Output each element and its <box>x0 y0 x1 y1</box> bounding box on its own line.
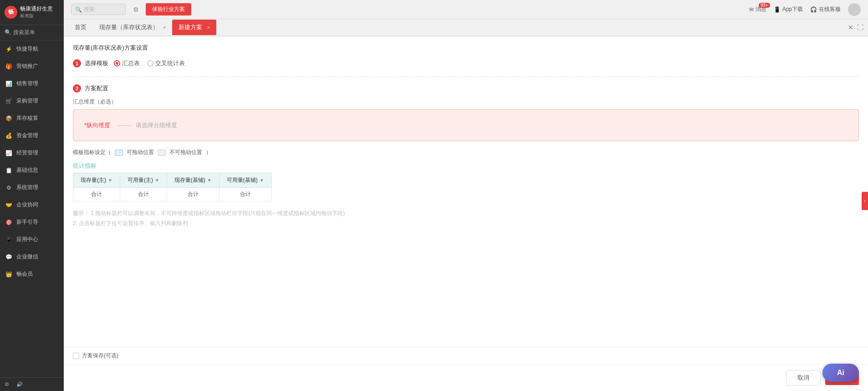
settings-gear-icon[interactable]: ⚙ <box>130 4 141 15</box>
th-available-aux[interactable]: 可用量(基辅) ▼ <box>219 173 271 188</box>
search-label: 搜索菜单 <box>13 29 35 36</box>
draggable-label: 可拖动位置 <box>127 149 154 156</box>
new-guide-icon: 🎯 <box>5 218 13 226</box>
sidebar-item-label: 应用中心 <box>16 236 38 243</box>
th-available-aux-content: 可用量(基辅) ▼ <box>227 176 264 184</box>
tab-new-plan-label: 新建方案 <box>179 23 202 31</box>
ai-bubble[interactable]: Ai <box>822 364 859 382</box>
step2-block: 2 方案配置 汇总维度（必选） *纵向维度 —— 请选择分组维度 模板指标设定（… <box>73 84 859 228</box>
radio-summary-label: 汇总表 <box>122 59 140 67</box>
step2-title: 方案配置 <box>85 84 108 93</box>
th-available-aux-label: 可用量(基辅) <box>227 176 258 184</box>
th-available-main-content: 可用量(主) ▼ <box>128 176 159 184</box>
sidebar-item-label: 经营管理 <box>16 149 38 157</box>
messages-action[interactable]: ✉ 消息 99+ <box>749 5 766 13</box>
messages-badge: 99+ <box>759 3 770 8</box>
close-all-icon[interactable]: ✕ <box>848 24 853 31</box>
page-title: 现存量(库存状况表)方案设置 <box>73 44 859 52</box>
sidebar-logo: 畅 畅康通好生意 标准版 <box>0 0 64 25</box>
app-center-icon: 📱 <box>5 236 13 244</box>
sidebar-item-operation[interactable]: 📈 经营管理 <box>0 144 64 162</box>
app-download-icon: 📱 <box>774 6 781 13</box>
search-icon: 🔍 <box>5 29 11 36</box>
tabbar: 首页 现存量（库存状况表） × 新建方案 × ✕ ⛶ <box>64 19 868 36</box>
template-indicators-label: 模板指标设定（ <box>73 149 111 156</box>
user-avatar[interactable] <box>848 3 861 16</box>
tip-1: 1.拖动标题栏可以调整布局，不可跨维度或指标区域拖动栏目字段(只能在同一维度或指… <box>91 210 345 216</box>
sidebar-bottom: ⚙ 🔊 <box>0 377 64 391</box>
main-area: 🔍 搜索 ⚙ 体验行业方案 ✉ 消息 99+ 📱 App下载 🎧 在线客服 <box>64 0 868 391</box>
cell-available-aux-total: 合计 <box>219 188 271 201</box>
sidebar-sound-icon[interactable]: 🔊 <box>16 381 23 387</box>
sidebar-item-label: 快捷导航 <box>16 45 38 53</box>
cancel-button[interactable]: 取消 <box>786 370 821 386</box>
search-icon: 🔍 <box>75 6 82 13</box>
online-service-action[interactable]: 🎧 在线客服 <box>810 5 841 13</box>
logo-text-block: 畅康通好生意 标准版 <box>20 5 53 19</box>
app-name: 畅康通好生意 <box>20 5 53 13</box>
sidebar-item-basic-info[interactable]: 📋 基础信息 <box>0 162 64 179</box>
app-download-action[interactable]: 📱 App下载 <box>774 5 803 13</box>
sidebar-item-system[interactable]: ⚙ 系统管理 <box>0 179 64 196</box>
sidebar-search[interactable]: 🔍 搜索菜单 <box>0 25 64 41</box>
th-current-main[interactable]: 现存量(主) ▼ <box>73 173 120 188</box>
sidebar-item-inventory[interactable]: 📦 库存核算 <box>0 110 64 127</box>
step2-header: 2 方案配置 <box>73 84 859 93</box>
sidebar-item-sales[interactable]: 📊 销售管理 <box>0 75 64 93</box>
sidebar-settings-icon[interactable]: ⚙ <box>5 381 9 387</box>
sidebar-item-new-guide[interactable]: 🎯 新手引导 <box>0 214 64 231</box>
th-current-main-arrow: ▼ <box>108 178 112 183</box>
sidebar-item-label: 畅会员 <box>16 270 33 278</box>
tab-inventory-close-icon[interactable]: × <box>163 25 166 30</box>
th-available-aux-arrow: ▼ <box>260 178 264 183</box>
radio-cross[interactable]: 交叉统计表 <box>147 59 185 67</box>
inventory-icon: 📦 <box>5 114 13 123</box>
save-checkbox[interactable] <box>73 353 79 359</box>
tab-new-plan[interactable]: 新建方案 × <box>172 20 216 35</box>
stats-label: 统计指标 <box>73 162 859 170</box>
trial-btn[interactable]: 体验行业方案 <box>146 3 191 15</box>
sidebar-item-member[interactable]: 👑 畅会员 <box>0 266 64 283</box>
summary-dimension-label: 汇总维度（必选） <box>73 98 859 106</box>
indicator-close: ） <box>206 149 211 156</box>
cell-current-aux-total: 合计 <box>167 188 219 201</box>
divider-1 <box>73 77 859 77</box>
tip-title-text: 提示： <box>73 210 89 216</box>
step1-header: 1 选择模板 汇总表 交叉统计表 <box>73 59 859 67</box>
purchase-icon: 🛒 <box>5 97 13 105</box>
tab-new-plan-close-icon[interactable]: × <box>207 25 209 30</box>
tab-home[interactable]: 首页 <box>68 20 93 35</box>
th-available-main[interactable]: 可用量(主) ▼ <box>120 173 167 188</box>
sidebar-item-label: 营销推广 <box>16 62 38 70</box>
table-row: 合计 合计 合计 合计 <box>73 188 272 201</box>
tip-title: 提示： 1.拖动标题栏可以调整布局，不可跨维度或指标区域拖动栏目字段(只能在同一… <box>73 209 859 219</box>
not-draggable-indicator-box <box>158 149 166 156</box>
sales-icon: 📊 <box>5 80 13 88</box>
sidebar-item-app-center[interactable]: 📱 应用中心 <box>0 231 64 248</box>
content-area: 现存量(库存状况表)方案设置 1 选择模板 汇总表 交叉统计表 <box>64 36 868 347</box>
sidebar-item-marketing[interactable]: 🎁 营销推广 <box>0 58 64 75</box>
radio-summary[interactable]: 汇总表 <box>114 59 140 67</box>
sidebar-item-wechat[interactable]: 💬 企业微信 <box>0 248 64 266</box>
th-current-aux[interactable]: 现存量(基辅) ▼ <box>167 173 219 188</box>
th-available-main-label: 可用量(主) <box>128 176 153 184</box>
side-panel-toggle[interactable]: › <box>862 192 868 210</box>
sidebar-item-purchase[interactable]: 🛒 采购管理 <box>0 93 64 110</box>
sidebar-item-quick-nav[interactable]: ⚡ 快捷导航 <box>0 41 64 58</box>
required-area[interactable]: *纵向维度 —— 请选择分组维度 <box>73 109 859 141</box>
save-row: 方案保存(可选) <box>64 347 868 364</box>
sidebar-item-label: 库存核算 <box>16 114 38 122</box>
expand-icon[interactable]: ⛶ <box>857 24 863 31</box>
message-icon: ✉ <box>749 6 754 13</box>
sidebar-item-finance[interactable]: 💰 资金管理 <box>0 127 64 144</box>
tab-inventory-status[interactable]: 现存量（库存状况表） × <box>93 20 172 35</box>
template-radio-group: 汇总表 交叉统计表 <box>114 59 185 67</box>
tips-section: 提示： 1.拖动标题栏可以调整布局，不可跨维度或指标区域拖动栏目字段(只能在同一… <box>73 209 859 228</box>
sidebar-item-cooperation[interactable]: 🤝 企业协同 <box>0 196 64 214</box>
sidebar-item-label: 销售管理 <box>16 80 38 87</box>
required-dash: —— <box>117 121 132 129</box>
topbar-search-box[interactable]: 🔍 搜索 <box>71 4 126 15</box>
required-placeholder: 请选择分组维度 <box>136 121 177 129</box>
step1-num: 1 <box>73 59 81 67</box>
footer-buttons: 取消 查询 <box>64 364 868 391</box>
